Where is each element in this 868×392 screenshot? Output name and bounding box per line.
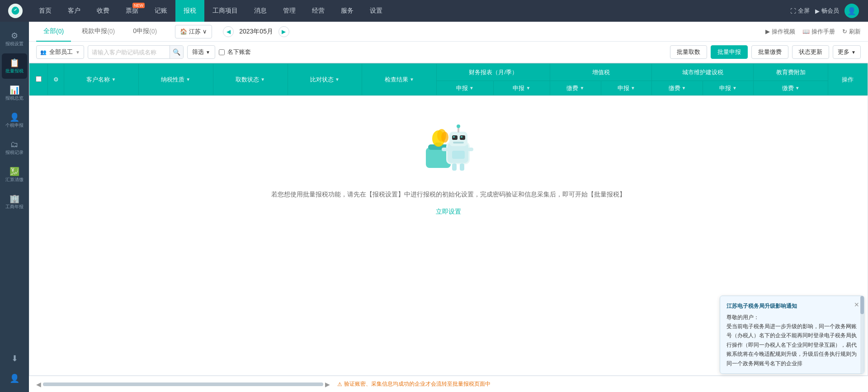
- sub-filter-vat-declare[interactable]: ▼: [526, 86, 530, 91]
- notification-close-btn[interactable]: ✕: [854, 300, 859, 311]
- region-select[interactable]: 🏠 江苏 ∨: [175, 25, 212, 38]
- sub-filter-city-declare[interactable]: ▼: [631, 86, 635, 91]
- period-prev-btn[interactable]: ◀: [223, 26, 234, 37]
- batch-fetch-btn[interactable]: 批量取数: [670, 45, 707, 59]
- sidebar: ⚙ 报税设置 📋 批量报税 📊 报税总览 👤 个税申报 🗂 报税记录 💹 汇算清…: [0, 22, 29, 392]
- svg-point-5: [441, 132, 448, 143]
- notification-scrollbar[interactable]: [860, 296, 864, 373]
- sidebar-download[interactable]: ⬇: [2, 349, 27, 368]
- personal-tax-icon: 👤: [9, 113, 19, 121]
- settlement-icon: 💹: [9, 167, 19, 176]
- batch-tax-icon: 📋: [9, 59, 19, 67]
- empty-state: 若您想使用批量报税功能，请先在【报税设置】中进行报税的初始化设置，完成密码验证和…: [30, 96, 868, 243]
- user-avatar[interactable]: 👤: [844, 4, 859, 18]
- header-client-name: 客户名称 ▼: [64, 64, 139, 96]
- nav-accounting[interactable]: 记账: [146, 0, 175, 22]
- sidebar-item-personal-tax[interactable]: 👤 个税申报: [2, 108, 27, 133]
- svg-rect-19: [452, 163, 457, 171]
- batch-declare-btn[interactable]: 批量申报: [711, 45, 748, 59]
- tab-declare[interactable]: 税款申报(0): [75, 22, 122, 42]
- tax-settings-icon: ⚙: [11, 32, 18, 40]
- table-header-row-1: ⚙ 客户名称 ▼ 纳税性质 ▼: [30, 64, 868, 81]
- nav-right-actions: ⛶ 全屏 ▶ 畅会员 👤: [790, 4, 859, 18]
- sidebar-item-settlement[interactable]: 💹 汇算清缴: [2, 162, 27, 187]
- search-input[interactable]: [88, 49, 170, 56]
- header-tax-nature: 纳税性质 ▼: [138, 64, 213, 96]
- filter-icon-compare[interactable]: ▼: [335, 77, 340, 82]
- member-btn[interactable]: ▶ 畅会员: [815, 7, 839, 15]
- sidebar-bottom: ⬇ 👤: [2, 349, 27, 392]
- filter-button[interactable]: 筛选 ▼: [187, 45, 215, 59]
- employee-select[interactable]: 👥 全部员工 ▼: [36, 45, 84, 59]
- tab-all[interactable]: 全部(0): [36, 22, 71, 42]
- nav-client[interactable]: 客户: [60, 0, 89, 22]
- fullscreen-btn[interactable]: ⛶ 全屏: [790, 7, 810, 15]
- operation-video-btn[interactable]: ▶ 操作视频: [765, 28, 795, 36]
- header-check-result: 检查结果 ▼: [362, 64, 437, 96]
- nav-fee[interactable]: 收费: [89, 0, 118, 22]
- sub-filter-finance-declare[interactable]: ▼: [469, 86, 474, 91]
- nav-business[interactable]: 工商项目: [204, 0, 246, 22]
- filter-icon-fetch[interactable]: ▼: [260, 77, 265, 82]
- notification-greeting: 尊敬的用户：: [726, 313, 858, 322]
- sidebar-item-tax-settings[interactable]: ⚙ 报税设置: [2, 26, 27, 52]
- nav-operation[interactable]: 经营: [304, 0, 333, 22]
- filter-icon-client[interactable]: ▼: [111, 77, 116, 82]
- filter-icon-check[interactable]: ▼: [410, 77, 414, 82]
- svg-rect-15: [453, 142, 464, 143]
- horizontal-scrollbar[interactable]: [43, 382, 323, 386]
- header-compare-status: 比对状态 ▼: [288, 64, 362, 96]
- gear-icon[interactable]: ⚙: [53, 76, 59, 83]
- sidebar-item-tax-records[interactable]: 🗂 报税记录: [2, 135, 27, 160]
- sub-filter-edu-declare[interactable]: ▼: [732, 86, 737, 91]
- sub-filter-city-pay[interactable]: ▼: [682, 86, 686, 91]
- logo-area: [5, 0, 26, 22]
- batch-pay-btn[interactable]: 批量缴费: [751, 45, 788, 59]
- header-gear-col: ⚙: [48, 64, 64, 96]
- annual-report-icon: 🏢: [9, 195, 19, 203]
- svg-rect-11: [453, 136, 455, 138]
- sub-filter-edu-pay[interactable]: ▼: [795, 86, 800, 91]
- search-wrap: 🔍: [88, 45, 184, 59]
- period-next-btn[interactable]: ▶: [278, 26, 289, 37]
- more-btn[interactable]: 更多 ▼: [833, 45, 861, 59]
- verify-notice: ⚠ 验证账密、采集信息均成功的企业才会流转至批量报税页面中: [337, 380, 491, 388]
- filter-icon-tax-nature[interactable]: ▼: [186, 77, 190, 82]
- sidebar-item-batch-tax[interactable]: 📋 批量报税: [2, 53, 27, 79]
- tab-bar: 全部(0) 税款申报(0) 0申报(0) 🏠 江苏 ∨ ◀ 2023年05月 ▶: [29, 22, 868, 42]
- empty-state-row: 若您想使用批量报税功能，请先在【报税设置】中进行报税的初始化设置，完成密码验证和…: [30, 96, 868, 244]
- sidebar-item-annual-report[interactable]: 🏢 工商年报: [2, 189, 27, 215]
- sub-header-city-declare: 申报 ▼: [601, 81, 652, 96]
- search-button[interactable]: 🔍: [170, 45, 183, 59]
- select-all-checkbox[interactable]: [36, 76, 42, 82]
- logo: [8, 4, 23, 18]
- operation-manual-btn[interactable]: 📖 操作手册: [802, 28, 835, 36]
- notification-content: 受当前电子税务局进一步升级的影响，同一个政务网账号（办税人）名下的企业不能再同时…: [726, 322, 858, 368]
- nav-home[interactable]: 首页: [31, 0, 60, 22]
- svg-point-14: [457, 124, 460, 128]
- header-financial-report: 财务报表（月/季）: [437, 64, 550, 81]
- nav-manage[interactable]: 管理: [275, 0, 304, 22]
- tab-zero-declare[interactable]: 0申报(0): [126, 22, 164, 42]
- svg-rect-18: [468, 148, 473, 151]
- account-checkbox-label[interactable]: 名下账套: [219, 48, 251, 56]
- nav-invoice[interactable]: 票据 NEW: [118, 0, 146, 22]
- status-update-btn[interactable]: 状态更新: [792, 45, 829, 59]
- sidebar-item-tax-overview[interactable]: 📊 报税总览: [2, 81, 27, 106]
- nav-tax[interactable]: 报税: [175, 0, 204, 22]
- scrollbar-thumb: [43, 382, 323, 386]
- refresh-btn[interactable]: ↻ 刷新: [842, 28, 861, 36]
- nav-service[interactable]: 服务: [333, 0, 362, 22]
- header-vat: 增值税: [550, 64, 652, 81]
- sub-header-city-pay: 缴费 ▼: [652, 81, 703, 96]
- nav-settings[interactable]: 设置: [362, 0, 391, 22]
- svg-rect-10: [460, 135, 465, 140]
- svg-rect-9: [452, 135, 458, 140]
- setup-link[interactable]: 立即设置: [436, 208, 461, 216]
- sidebar-user[interactable]: 👤: [2, 369, 27, 387]
- sub-filter-vat-pay[interactable]: ▼: [580, 86, 584, 91]
- account-checkbox[interactable]: [219, 49, 225, 55]
- nav-message[interactable]: 消息: [246, 0, 275, 22]
- sub-header-edu-declare: 申报 ▼: [703, 81, 754, 96]
- header-fetch-status: 取数状态 ▼: [213, 64, 288, 96]
